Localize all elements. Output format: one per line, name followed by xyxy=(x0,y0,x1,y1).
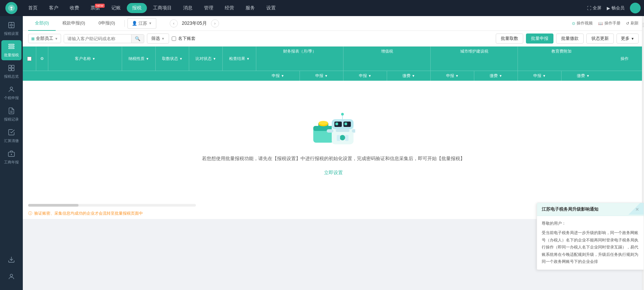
financial-declare-filter-icon[interactable]: ▼ xyxy=(281,74,284,78)
refresh-button[interactable]: ↺ 刷新 xyxy=(626,20,639,26)
tab-all[interactable]: 全部(0) xyxy=(28,16,56,31)
sidebar-item-batch-tax[interactable]: 批量报税 xyxy=(1,40,21,60)
svg-point-26 xyxy=(319,121,328,125)
prev-month-button[interactable]: ‹ xyxy=(170,19,178,27)
book-icon: 📖 xyxy=(598,21,603,26)
svg-rect-8 xyxy=(9,48,14,49)
city-declare-filter-icon[interactable]: ▼ xyxy=(455,74,459,78)
resize-dot xyxy=(643,23,644,24)
tab-zero-declare[interactable]: 0申报(0) xyxy=(92,16,122,31)
refresh-icon: ↺ xyxy=(626,21,629,26)
nav-operation[interactable]: 经营 xyxy=(219,3,239,13)
sidebar-account[interactable] xyxy=(5,270,18,285)
account-checkbox[interactable] xyxy=(172,37,176,41)
svg-rect-33 xyxy=(336,129,350,132)
warning-icon: ⓘ xyxy=(28,211,32,216)
select-all-checkbox[interactable] xyxy=(27,57,32,61)
vat-declare-filter-icon[interactable]: ▼ xyxy=(368,74,372,78)
financial-declare2-header: 申报 ▼ xyxy=(300,71,343,81)
nav-manage[interactable]: 管理 xyxy=(199,3,219,13)
setup-link[interactable]: 立即设置 xyxy=(324,170,343,176)
compare-status-filter-icon[interactable]: ▼ xyxy=(213,57,216,61)
horizontal-scrollbar[interactable] xyxy=(28,204,196,207)
current-date: 2023年05月 xyxy=(182,20,207,26)
customer-filter-icon[interactable]: ▼ xyxy=(92,57,96,61)
column-settings-icon[interactable]: ⚙ xyxy=(40,56,44,61)
batch-declare-button[interactable]: 批量申报 xyxy=(526,33,553,44)
sidebar-label-personal-tax: 个税申报 xyxy=(4,95,19,100)
svg-point-20 xyxy=(10,274,12,277)
video-help[interactable]: ⊙ 操作视频 xyxy=(572,20,593,26)
search-button[interactable]: 🔍 xyxy=(131,34,144,43)
nav-message[interactable]: 消息 xyxy=(178,3,198,13)
filter-icon: ▦ xyxy=(31,37,35,41)
city-declare-header: 申报 ▼ xyxy=(431,71,474,81)
tab-tax-declare[interactable]: 税款申报(0) xyxy=(56,16,92,31)
region-selector[interactable]: 👤 江苏 ▼ xyxy=(127,18,156,29)
fetch-status-filter-icon[interactable]: ▼ xyxy=(179,57,183,61)
nav-service[interactable]: 服务 xyxy=(240,3,260,13)
operation-header: 操作 xyxy=(605,47,644,71)
filter-button[interactable]: 筛选 ▼ xyxy=(147,33,169,44)
city-maintenance-group-header: 城市维护建设税 xyxy=(431,47,518,71)
sidebar-label-tax-records: 报税记录 xyxy=(4,117,19,122)
vat-pay-filter-icon[interactable]: ▼ xyxy=(412,74,415,78)
svg-rect-9 xyxy=(9,65,11,68)
nav-settings[interactable]: 设置 xyxy=(261,3,281,13)
robot-illustration xyxy=(312,107,355,148)
nav-customer[interactable]: 客户 xyxy=(44,3,64,13)
check-result-filter-icon[interactable]: ▼ xyxy=(247,57,250,61)
top-navigation: 首页 客户 收费 票据 NEW 记账 报税 工商项目 消息 管理 经营 服务 设… xyxy=(0,0,644,16)
fullscreen-button[interactable]: ⛶ 全屏 xyxy=(587,5,601,11)
account-checkbox-label[interactable]: 名下账套 xyxy=(172,35,196,42)
svg-rect-39 xyxy=(327,129,333,133)
tax-nature-filter-icon[interactable]: ▼ xyxy=(146,57,149,61)
new-badge: NEW xyxy=(95,4,105,8)
sidebar-item-settlement[interactable]: 汇算清缴 xyxy=(1,126,21,146)
logo-icon xyxy=(5,2,17,14)
scrollbar-thumb[interactable] xyxy=(28,204,78,207)
batch-pay-button[interactable]: 批量缴款 xyxy=(556,33,584,44)
sidebar-item-tax-records[interactable]: 报税记录 xyxy=(1,104,21,125)
search-input[interactable] xyxy=(64,34,131,43)
batch-fetch-button[interactable]: 批量取数 xyxy=(496,33,523,44)
svg-rect-12 xyxy=(12,68,14,71)
sidebar-item-tax-settings[interactable]: 报税设置 xyxy=(1,19,21,39)
financial-declare2-filter-icon[interactable]: ▼ xyxy=(325,74,328,78)
notification-header: 江苏电子税务局升级影响通知 ✕ xyxy=(537,203,644,216)
sidebar-label-overview: 报税总览 xyxy=(4,74,19,79)
notification-content: 受当前电子税务局进一步升级的影响，同一个政务网账号（办税人）名下的企业不能再同时… xyxy=(542,229,639,266)
edu-declare-filter-icon[interactable]: ▼ xyxy=(543,74,546,78)
city-pay-filter-icon[interactable]: ▼ xyxy=(499,74,502,78)
employee-select[interactable]: ▦ 全部员工 ▼ xyxy=(28,34,61,43)
toolbar-right-buttons: 批量取数 批量申报 批量缴款 状态更新 更多 ▼ xyxy=(496,33,639,44)
empty-message: 若您想使用批量报税功能，请先在【报税设置】中进行报税的初始化设置，完成密码验证和… xyxy=(202,156,465,162)
app-logo[interactable] xyxy=(3,0,19,16)
nav-business[interactable]: 工商项目 xyxy=(148,3,177,13)
member-button[interactable]: ▶ 畅会员 xyxy=(607,5,625,11)
table-header: ⚙ 客户名称 ▼ 纳税性质 ▼ 取数状态 ▼ xyxy=(23,47,644,81)
notification-close-button[interactable]: ✕ xyxy=(635,207,639,212)
nav-tax[interactable]: 报税 xyxy=(127,3,147,13)
svg-rect-7 xyxy=(9,46,14,47)
svg-point-13 xyxy=(10,87,12,89)
sidebar-item-overview[interactable]: 报税总览 xyxy=(1,62,21,82)
settlement-icon xyxy=(8,129,15,137)
nav-invoice[interactable]: 票据 NEW xyxy=(85,3,105,13)
user-avatar[interactable] xyxy=(630,3,641,13)
svg-rect-6 xyxy=(9,44,14,45)
chevron-down-icon: ▼ xyxy=(149,21,152,25)
edu-pay-filter-icon[interactable]: ▼ xyxy=(586,74,590,78)
nav-home[interactable]: 首页 xyxy=(23,3,43,13)
next-month-button[interactable]: › xyxy=(211,19,219,27)
sidebar-label-batch-tax: 批量报税 xyxy=(4,53,19,58)
more-button[interactable]: 更多 ▼ xyxy=(616,33,639,44)
manual-help[interactable]: 📖 操作手册 xyxy=(598,20,621,26)
nav-accounting[interactable]: 记账 xyxy=(106,3,126,13)
sidebar-item-annual-report[interactable]: 工商年报 xyxy=(1,147,21,167)
nav-fee[interactable]: 收费 xyxy=(64,3,85,13)
sidebar-download[interactable] xyxy=(5,253,18,268)
data-table: ⚙ 客户名称 ▼ 纳税性质 ▼ 取数状态 ▼ xyxy=(23,47,644,203)
sidebar-item-personal-tax[interactable]: 个税申报 xyxy=(1,83,21,103)
status-update-button[interactable]: 状态更新 xyxy=(586,33,614,44)
